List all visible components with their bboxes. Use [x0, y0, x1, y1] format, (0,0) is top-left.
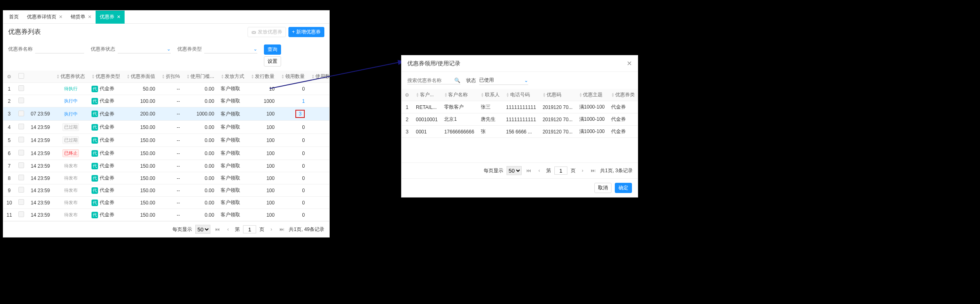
- type-select[interactable]: ⌄: [204, 44, 257, 53]
- cell-discount: --: [158, 147, 183, 160]
- next-page-button[interactable]: ›: [579, 167, 586, 174]
- col-subject[interactable]: ▲▼优惠主题: [576, 89, 608, 101]
- prev-page-button[interactable]: ‹: [536, 167, 543, 174]
- cell-threshold: 0.00: [183, 121, 217, 134]
- settings-button[interactable]: 设置: [264, 56, 281, 67]
- cell-value: 200.00: [123, 107, 158, 121]
- status-select[interactable]: 已使用 ⌄: [479, 76, 528, 85]
- close-icon[interactable]: ✕: [627, 60, 632, 67]
- close-icon[interactable]: ✕: [117, 14, 121, 20]
- table-row[interactable]: 7 14 23:59 待发布 代代金券 150.00 -- 0.00 客户领取 …: [3, 160, 329, 172]
- checkbox[interactable]: [18, 85, 24, 91]
- tab-detail[interactable]: 优惠券详情页✕: [23, 11, 67, 24]
- cell-issued: 100: [248, 209, 278, 221]
- checkbox[interactable]: [18, 162, 24, 168]
- close-icon[interactable]: ✕: [59, 14, 63, 20]
- table-row[interactable]: 1 待执行 代代金券 50.00 -- 0.00 客户领取 10 0 0 ↗▦: [3, 83, 329, 95]
- cell-used: 1: [308, 107, 329, 121]
- col-type[interactable]: ▲▼优惠券类型: [88, 71, 123, 83]
- cell-issued: 100: [248, 121, 278, 134]
- cell-time: 14 23:59: [27, 184, 53, 197]
- table-row[interactable]: 3 0001 17666666666 张 156 6666 ... 201912…: [402, 126, 638, 138]
- table-row[interactable]: 2 00010001 北京1 唐先生 11111111111 2019120 7…: [402, 113, 638, 126]
- per-page-select[interactable]: 50: [507, 166, 522, 175]
- table-row[interactable]: 6 14 23:59 已终止 代代金券 150.00 -- 0.00 客户领取 …: [3, 147, 329, 160]
- ok-button[interactable]: 确定: [615, 183, 632, 193]
- col-used[interactable]: ▲▼使用数量: [308, 71, 329, 83]
- col-cust-name[interactable]: ▲▼客户名称: [441, 89, 477, 101]
- status-select[interactable]: ⌄: [118, 44, 171, 53]
- checkbox[interactable]: [18, 199, 24, 205]
- page-suffix: 页: [571, 167, 576, 174]
- table-row[interactable]: 10 14 23:59 待发布 代代金券 150.00 -- 0.00 客户领取…: [3, 197, 329, 209]
- last-page-button[interactable]: ⏭: [589, 167, 597, 174]
- search-input[interactable]: [407, 78, 454, 83]
- table-row[interactable]: 2 执行中 代代金券 100.00 -- 0.00 客户领取 1000 1 0 …: [3, 95, 329, 107]
- col-claimed[interactable]: ▲▼领用数量: [278, 71, 308, 83]
- col-threshold[interactable]: ▲▼使用门槛...: [183, 71, 217, 83]
- per-page-select[interactable]: 50: [195, 225, 210, 234]
- voucher-icon: 代: [92, 124, 98, 131]
- cell-type: 代代金券: [88, 209, 123, 221]
- table-row[interactable]: 3 07 23:59 执行中 代代金券 200.00 -- 1000.00 客户…: [3, 107, 329, 121]
- col-code[interactable]: ▲▼优惠码: [539, 89, 576, 101]
- table-row[interactable]: 1 RETAIL... 零散客户 张三 11111111111 2019120 …: [402, 101, 638, 113]
- cell-type: 代代金券: [88, 83, 123, 95]
- coupon-name-input[interactable]: [35, 44, 84, 53]
- next-page-button[interactable]: ›: [268, 226, 275, 233]
- page-summary: 共1页, 3条记录: [600, 167, 633, 174]
- checkbox[interactable]: [18, 187, 24, 193]
- close-icon[interactable]: ✕: [88, 14, 92, 20]
- first-page-button[interactable]: ⏮: [214, 226, 221, 233]
- gear-icon[interactable]: ⚙: [405, 92, 409, 98]
- claimed-link[interactable]: 1: [302, 98, 305, 104]
- claimed-link[interactable]: 3: [295, 110, 305, 118]
- prev-page-button[interactable]: ‹: [224, 226, 232, 233]
- col-discount[interactable]: ▲▼折扣%: [158, 71, 183, 83]
- col-cust-no[interactable]: ▲▼客户...: [413, 89, 441, 101]
- issue-coupon-button[interactable]: 🎟发放优惠券: [248, 27, 286, 37]
- cell-threshold: 0.00: [183, 83, 217, 95]
- gear-icon[interactable]: ⚙: [7, 74, 11, 80]
- checkbox[interactable]: [18, 98, 24, 103]
- col-issued[interactable]: ▲▼发行数量: [248, 71, 278, 83]
- checkbox[interactable]: [18, 175, 24, 180]
- first-page-button[interactable]: ⏮: [525, 167, 532, 174]
- page-input[interactable]: [554, 166, 567, 175]
- search-button[interactable]: 查询: [264, 44, 281, 55]
- cell-used: 0: [308, 160, 329, 172]
- checkbox[interactable]: [18, 211, 24, 217]
- table-row[interactable]: 8 14 23:59 待发布 代代金券 150.00 -- 0.00 客户领取 …: [3, 172, 329, 184]
- tab-coupon[interactable]: 优惠券✕: [96, 11, 125, 24]
- col-status[interactable]: ▲▼优惠券状态: [53, 71, 88, 83]
- search-box[interactable]: 🔍: [407, 77, 460, 84]
- checkbox[interactable]: [18, 124, 24, 129]
- table-row[interactable]: 9 14 23:59 待发布 代代金券 150.00 -- 0.00 客户领取 …: [3, 184, 329, 197]
- table-row[interactable]: 5 14 23:59 已过期 代代金券 150.00 -- 0.00 客户领取 …: [3, 134, 329, 147]
- cell-issued: 100: [248, 197, 278, 209]
- checkbox[interactable]: [18, 111, 24, 116]
- cell-threshold: 0.00: [183, 184, 217, 197]
- page-input[interactable]: [243, 225, 256, 233]
- cell-contact: 张三: [478, 101, 503, 113]
- cell-method: 客户领取: [217, 107, 248, 121]
- col-value[interactable]: ▲▼优惠券面值: [123, 71, 158, 83]
- table-row[interactable]: 4 14 23:59 已过期 代代金券 150.00 -- 0.00 客户领取 …: [3, 121, 329, 134]
- add-coupon-button[interactable]: + 新增优惠券: [288, 27, 324, 37]
- col-ctype[interactable]: ▲▼优惠券类: [608, 89, 638, 101]
- table-row[interactable]: 11 14 23:59 待发布 代代金券 150.00 -- 0.00 客户领取…: [3, 209, 329, 221]
- coupon-icon: 🎟: [251, 29, 256, 35]
- cell-discount: --: [158, 160, 183, 172]
- col-contact[interactable]: ▲▼联系人: [478, 89, 503, 101]
- search-icon[interactable]: 🔍: [454, 78, 460, 83]
- last-page-button[interactable]: ⏭: [278, 226, 286, 233]
- checkbox-all[interactable]: [18, 73, 24, 79]
- tab-sales[interactable]: 销货单✕: [67, 11, 96, 24]
- checkbox[interactable]: [18, 150, 24, 155]
- col-method[interactable]: ▲▼发放方式: [217, 71, 248, 83]
- cancel-button[interactable]: 取消: [594, 183, 612, 193]
- cell-used: 0: [308, 209, 329, 221]
- checkbox[interactable]: [18, 137, 24, 142]
- col-phone[interactable]: ▲▼电话号码: [503, 89, 539, 101]
- tab-home[interactable]: 首页: [5, 11, 23, 24]
